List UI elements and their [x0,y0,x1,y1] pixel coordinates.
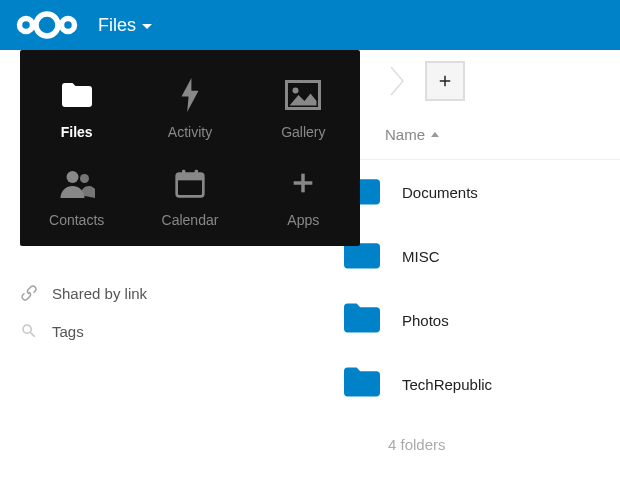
app-switcher-label: Files [98,15,136,36]
svg-rect-8 [177,174,204,181]
image-icon [285,78,321,112]
app-switcher[interactable]: Files [98,15,152,36]
app-item-label: Calendar [162,212,219,228]
file-list-header: Name [325,112,620,160]
app-item-label: Apps [287,212,319,228]
toolbar [325,50,620,112]
plus-icon [289,166,317,200]
link-icon [20,284,38,302]
file-row[interactable]: Documents [325,160,620,224]
main-content: Name DocumentsMISCPhotosTechRepublic 4 f… [325,50,620,502]
app-item-label: Activity [168,124,212,140]
contacts-icon [59,166,95,200]
app-item-label: Contacts [49,212,104,228]
sidebar-item-shared-by-link[interactable]: Shared by link [0,274,325,312]
app-menu-item-apps[interactable]: Apps [247,150,360,238]
sort-ascending-icon [431,132,439,137]
file-name: Documents [402,184,478,201]
svg-point-0 [36,14,58,36]
file-row[interactable]: Photos [325,288,620,352]
app-menu-item-contacts[interactable]: Contacts [20,150,133,238]
app-menu-dropdown: FilesActivityGalleryContactsCalendarApps [20,50,360,246]
header-bar: Files [0,0,620,50]
svg-point-1 [20,19,33,32]
app-item-label: Files [61,124,93,140]
nextcloud-logo[interactable] [14,8,80,42]
folder-icon [340,364,384,404]
svg-point-2 [62,19,75,32]
logo-icon [14,8,80,42]
search-icon [20,322,38,340]
sidebar-item-label: Shared by link [52,285,147,302]
chevron-down-icon [142,24,152,29]
file-row[interactable]: TechRepublic [325,352,620,416]
svg-point-4 [293,88,299,94]
file-name: MISC [402,248,440,265]
svg-point-5 [66,171,78,183]
svg-rect-9 [182,170,185,177]
svg-point-6 [80,174,89,183]
name-header-label: Name [385,126,425,143]
app-menu-item-gallery[interactable]: Gallery [247,62,360,150]
file-list-summary: 4 folders [370,416,620,473]
name-column-header[interactable]: Name [385,126,439,143]
app-menu-item-calendar[interactable]: Calendar [133,150,246,238]
new-button[interactable] [425,61,465,101]
file-name: TechRepublic [402,376,492,393]
file-name: Photos [402,312,449,329]
file-list: DocumentsMISCPhotosTechRepublic [325,160,620,416]
bolt-icon [179,78,201,112]
sidebar: Shared by link Tags [0,260,325,364]
sidebar-item-tags[interactable]: Tags [0,312,325,350]
app-item-label: Gallery [281,124,325,140]
folder-icon [340,300,384,340]
app-menu-item-files[interactable]: Files [20,62,133,150]
folder-icon [59,78,95,112]
calendar-icon [174,166,206,200]
sidebar-item-label: Tags [52,323,84,340]
plus-icon [436,72,454,90]
file-row[interactable]: MISC [325,224,620,288]
app-menu-item-activity[interactable]: Activity [133,62,246,150]
svg-rect-10 [195,170,198,177]
